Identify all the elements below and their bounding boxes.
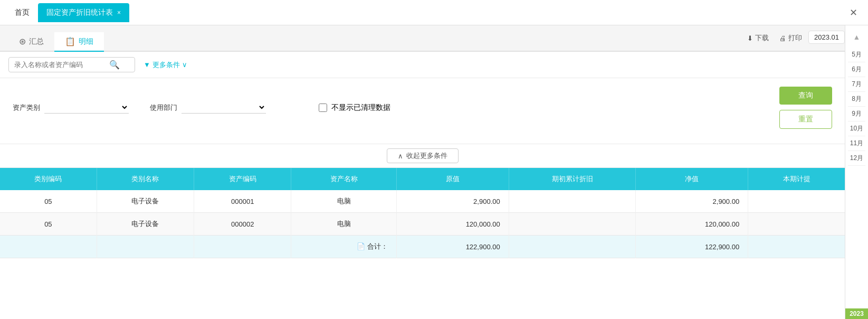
table-cell: [509, 213, 636, 236]
table-cell: 电脑: [291, 190, 397, 213]
col-header: 类别编码: [0, 168, 97, 190]
sidebar-month-item[interactable]: 8月: [848, 92, 865, 107]
left-panel: ⊛ 汇总 📋 明细 ⬇ 下载 🖨 打印 ↻ 刷新: [0, 25, 845, 319]
search-input-wrap: 🔍: [8, 57, 135, 72]
summary-icon: ⊛: [19, 36, 26, 46]
table-cell: 120,000.00: [396, 213, 509, 236]
total-cell: [194, 236, 291, 258]
detail-icon: 📋: [65, 36, 75, 46]
summary-label: 汇总: [29, 37, 44, 46]
col-header: 本期计提: [748, 168, 845, 190]
table-cell: 120,000.00: [636, 213, 748, 236]
main-content: ⊛ 汇总 📋 明细 ⬇ 下载 🖨 打印 ↻ 刷新: [0, 25, 868, 319]
download-label: 下载: [755, 33, 769, 43]
tab-summary[interactable]: ⊛ 汇总: [8, 32, 54, 52]
sidebar-month-item[interactable]: 12月: [848, 151, 865, 166]
table-wrap: 类别编码类别名称资产编码资产名称原值期初累计折旧净值本期计提 05电子设备000…: [0, 168, 845, 319]
home-tab[interactable]: 首页: [8, 8, 36, 17]
fixed-assets-tab[interactable]: 固定资产折旧统计表 ×: [38, 3, 129, 22]
query-button[interactable]: 查询: [779, 87, 832, 105]
table-cell: 电脑: [291, 213, 397, 236]
tab-close-icon[interactable]: ×: [117, 9, 121, 16]
top-nav: 首页 固定资产折旧统计表 × ✕: [0, 0, 868, 25]
tab-detail[interactable]: 📋 明细: [54, 32, 104, 52]
col-header: 期初累计折旧: [509, 168, 636, 190]
period-display: 2023.01: [808, 31, 845, 44]
col-header: 类别名称: [97, 168, 194, 190]
more-conditions-button[interactable]: ▼ 更多条件 ∨: [144, 60, 187, 70]
search-bar: 🔍 ▼ 更多条件 ∨: [0, 52, 845, 78]
search-input[interactable]: [14, 61, 109, 69]
total-row: 📄合计：122,900.00122,900.00: [0, 236, 845, 258]
filter-buttons: 查询 重置: [779, 87, 832, 129]
sidebar-month-item[interactable]: 11月: [848, 136, 865, 151]
print-button[interactable]: 🖨 打印: [779, 33, 802, 43]
table-header-row: 类别编码类别名称资产编码资产名称原值期初累计折旧净值本期计提: [0, 168, 845, 190]
chevron-down-icon: ∨: [182, 61, 187, 69]
total-current-depreciation: [748, 236, 845, 258]
table-cell: 电子设备: [97, 190, 194, 213]
data-table: 类别编码类别名称资产编码资产名称原值期初累计折旧净值本期计提 05电子设备000…: [0, 168, 845, 258]
department-filter: 使用部门: [150, 102, 266, 114]
sidebar-month-item[interactable]: 6月: [848, 62, 865, 77]
print-icon: 🖨: [779, 34, 786, 42]
total-net-value: 122,900.00: [636, 236, 748, 258]
detail-label: 明细: [79, 37, 93, 46]
table-cell: 2,900.00: [636, 190, 748, 213]
sidebar-month-item[interactable]: 10月: [848, 121, 865, 136]
download-icon: ⬇: [747, 34, 753, 42]
department-label: 使用部门: [150, 103, 177, 112]
col-header: 原值: [396, 168, 509, 190]
asset-category-filter: 资产类别: [13, 102, 129, 114]
sidebar-month-item[interactable]: 9月: [848, 107, 865, 121]
table-cell: 05: [0, 190, 97, 213]
table-cell: [509, 190, 636, 213]
search-icon[interactable]: 🔍: [109, 60, 120, 70]
hide-cleared-label: 不显示已清理数据: [331, 103, 390, 112]
chevron-up-icon: ∧: [398, 152, 403, 160]
tabs-row: ⊛ 汇总 📋 明细 ⬇ 下载 🖨 打印 ↻ 刷新: [0, 25, 845, 52]
col-header: 净值: [636, 168, 748, 190]
asset-category-select[interactable]: [44, 103, 129, 112]
total-label-cell: 📄合计：: [291, 236, 397, 258]
sidebar-month-item[interactable]: 5月: [848, 48, 865, 62]
hide-cleared-filter: 不显示已清理数据: [319, 103, 390, 112]
table-cell: 000002: [194, 213, 291, 236]
table-cell: 000001: [194, 190, 291, 213]
col-header: 资产名称: [291, 168, 397, 190]
sidebar-up-arrow[interactable]: ▲: [847, 27, 866, 46]
asset-category-select-wrap: [44, 102, 129, 114]
table-row: 05电子设备000002电脑120,000.00120,000.00: [0, 213, 845, 236]
tab-title: 固定资产折旧统计表: [46, 8, 113, 17]
department-select-wrap: [182, 102, 266, 114]
download-button[interactable]: ⬇ 下载: [747, 33, 769, 43]
table-row: 05电子设备000001电脑2,900.002,900.00: [0, 190, 845, 213]
total-cell: [97, 236, 194, 258]
right-sidebar: 2023.01 ▲ 5月6月7月8月9月10月11月12月 2023: [845, 25, 868, 319]
print-label: 打印: [788, 33, 802, 43]
total-cell: [0, 236, 97, 258]
table-cell: [748, 213, 845, 236]
collapse-bar: ∧ 收起更多条件: [0, 144, 845, 168]
year-badge: 2023: [845, 308, 868, 319]
table-cell: [748, 190, 845, 213]
sidebar-month-item[interactable]: 7月: [848, 77, 865, 92]
asset-category-label: 资产类别: [13, 103, 40, 112]
collapse-label: 收起更多条件: [406, 151, 447, 161]
filter-row: 资产类别 使用部门: [13, 87, 832, 129]
table-cell: 05: [0, 213, 97, 236]
hide-cleared-checkbox[interactable]: [319, 104, 327, 112]
department-select[interactable]: [182, 103, 266, 112]
collapse-button[interactable]: ∧ 收起更多条件: [387, 148, 459, 163]
filter-panel: 资产类别 使用部门: [0, 78, 845, 144]
more-conditions-label: 更多条件: [152, 60, 180, 70]
reset-button[interactable]: 重置: [779, 110, 832, 129]
table-cell: 2,900.00: [396, 190, 509, 213]
filter-icon: ▼: [144, 61, 150, 69]
total-initial-depreciation: [509, 236, 636, 258]
table-cell: 电子设备: [97, 213, 194, 236]
col-header: 资产编码: [194, 168, 291, 190]
window-close-icon[interactable]: ✕: [850, 7, 857, 18]
total-original-value: 122,900.00: [396, 236, 509, 258]
